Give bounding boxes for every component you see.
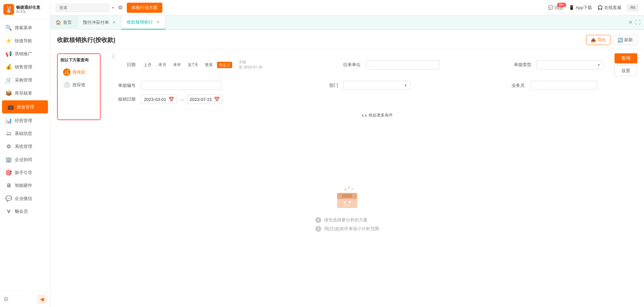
doc-type-label: 单据类型 [514, 62, 531, 68]
purchase-icon: 🛒 [5, 77, 12, 83]
tab-receipt-label: 收款核销执行 [127, 19, 153, 25]
header-search-area: ▾ [56, 4, 114, 12]
sidebar-settings-icon[interactable]: ⚙ [3, 296, 9, 303]
industry-btn[interactable]: 体验行业方案 [127, 3, 162, 13]
header-search-input[interactable] [56, 4, 109, 12]
tab-prepay-close[interactable]: ✕ [112, 20, 116, 25]
offset-date-start[interactable]: 2023-03-01 📅 [141, 95, 177, 104]
tab-home[interactable]: 🏠 首页 [50, 15, 77, 30]
chevron-down-icon: ▾ [598, 62, 600, 67]
tab-receipt-offset[interactable]: 收款核销执行 ✕ [121, 15, 165, 30]
tab-prepay-label: 预付冲应付单 [83, 19, 109, 25]
biz-icon: 📊 [5, 117, 12, 124]
svg-rect-2 [342, 194, 352, 198]
app-download-btn[interactable]: 📱 App下载 [569, 5, 592, 11]
sidebar-item-label: 系统管理 [15, 144, 32, 150]
sidebar-item-search[interactable]: 🔍 搜索菜单 [0, 21, 50, 34]
offset-date-end-value: 2023-07-21 [190, 97, 212, 102]
hardware-icon: 🖥 [5, 183, 12, 189]
calendar-icon: 📅 [168, 97, 174, 102]
sidebar-item-finance[interactable]: 💼 资金管理 [2, 100, 48, 113]
sidebar-item-member[interactable]: V 畅会员 [0, 205, 50, 218]
online-service-btn[interactable]: 🎧 在线客服 [597, 5, 622, 11]
collapse-more-label: 收起更多条件 [369, 112, 393, 118]
filter-main: 日期 上月 本月 本年 近7天 更多 自定义 不限 至 2023-07-26 [117, 53, 637, 120]
date-opt-last-month[interactable]: 上月 [141, 61, 154, 69]
offset-date-end[interactable]: 2023-07-21 📅 [187, 95, 223, 104]
sidebar-item-purchase[interactable]: 🛒 采购管理 [0, 73, 50, 87]
tab-prepay[interactable]: 预付冲应付单 ✕ [77, 15, 121, 30]
dept-label: 部门 [329, 83, 338, 89]
date-opt-this-year[interactable]: 本年 [170, 61, 184, 69]
sales-icon: 💰 [5, 64, 12, 70]
date-options: 上月 本月 本年 近7天 更多 自定义 [141, 61, 232, 69]
home-icon: 🏠 [56, 20, 61, 25]
sidebar-item-label: 基础信息 [15, 131, 32, 137]
top-header: ▾ ⚙ 体验行业方案 💬 消息 99+ 📱 App下载 🎧 在线客服 Rit [50, 0, 644, 15]
message-btn[interactable]: 💬 消息 99+ [548, 5, 564, 11]
corp-icon: 🏢 [5, 156, 12, 163]
refresh-button[interactable]: 🔄 刷新 [613, 35, 637, 45]
sidebar-item-basic[interactable]: 🗂 基础信息 [0, 127, 50, 140]
sidebar-logo: 🐰 畅捷通好生意 标准版 [0, 0, 50, 19]
counterpart-select[interactable]: ··· [366, 60, 440, 69]
doc-number-input[interactable] [141, 81, 221, 90]
sidebar-item-label: 畅会员 [15, 208, 28, 214]
collapse-more-btn[interactable]: ∧∧ 收起更多条件 [117, 110, 637, 120]
date-opt-more[interactable]: 更多 [202, 61, 216, 69]
filter-sidebar: 按以下方案查询 💰 按收款 🕐 按应收 [57, 53, 101, 120]
sidebar-item-label: 新手引导 [15, 170, 32, 176]
wechat-icon: 💬 [5, 195, 12, 202]
logo-icon: 🐰 [3, 4, 14, 15]
date-opt-this-month[interactable]: 本月 [156, 61, 169, 69]
search-icon: 🔍 [5, 24, 12, 31]
chevron-down-icon: ▾ [405, 83, 407, 88]
tab-receipt-close[interactable]: ✕ [156, 20, 160, 24]
sidebar-item-label: 智能硬件 [15, 183, 32, 189]
filter-sidebar-collapse[interactable]: 《 [107, 53, 117, 120]
sidebar-item-marketing[interactable]: 📢 营销推广 [0, 47, 50, 60]
empty-state: 1 请先选择要分析的方案 2 用[过滤]条件来缩小分析范围 [50, 124, 644, 307]
filter-option-label: 按应收 [72, 82, 86, 88]
system-icon: ⚙ [5, 143, 12, 150]
tab-close-all-icon[interactable]: ✕ [628, 19, 633, 25]
settings-icon[interactable]: ⚙ [118, 4, 123, 11]
user-profile[interactable]: Rit [627, 4, 639, 11]
page-title: 收款核销执行(按收款) [57, 36, 115, 44]
app-label: App下载 [576, 5, 592, 11]
filter-option-by-receivable[interactable]: 🕐 按应收 [60, 79, 97, 91]
query-button[interactable]: 查询 [614, 53, 637, 63]
doc-type-select[interactable]: ▾ [537, 60, 604, 69]
page-actions: 📤 导出 🔄 刷新 [586, 35, 637, 45]
date-custom-badge[interactable]: 自定义 [217, 62, 232, 68]
sidebar-item-quick[interactable]: ⚡ 快捷导航 [0, 34, 50, 47]
empty-tip-1: 1 请先选择要分析的方案 [315, 217, 379, 223]
filter-row-3: 核销日期 2023-03-01 📅 — 2023-07-21 📅 [117, 95, 637, 104]
sidebar-item-label: 经营管理 [15, 118, 32, 124]
sidebar-item-guide[interactable]: 🎯 新手引导 [0, 166, 50, 179]
sidebar-item-inventory[interactable]: 📦 库存核算 [0, 87, 50, 100]
settings-button[interactable]: 设置 [614, 65, 637, 76]
filter-row-1: 日期 上月 本月 本年 近7天 更多 自定义 不限 至 2023-07-26 [117, 53, 637, 76]
sidebar-item-corp[interactable]: 🏢 企业协同 [0, 153, 50, 166]
sidebar-item-system[interactable]: ⚙ 系统管理 [0, 140, 50, 153]
date-range-separator: — [180, 97, 184, 102]
date-label: 日期 [117, 62, 136, 68]
sidebar-item-label: 采购管理 [15, 77, 32, 83]
tab-expand-icon[interactable]: ⛶ [635, 19, 641, 25]
sidebar-item-biz[interactable]: 📊 经营管理 [0, 114, 50, 127]
filter-option-label: 按收款 [72, 69, 86, 75]
export-button[interactable]: 📤 导出 [586, 35, 610, 45]
counterpart-label: 往来单位 [343, 62, 361, 68]
svg-point-5 [344, 189, 346, 191]
sidebar-item-hardware[interactable]: 🖥 智能硬件 [0, 179, 50, 192]
app-icon: 📱 [569, 5, 574, 10]
filter-option-by-receipt[interactable]: 💰 按收款 [60, 66, 97, 78]
tip-text-1: 请先选择要分析的方案 [324, 217, 368, 223]
sidebar-item-wechat[interactable]: 💬 企业微信 [0, 192, 50, 205]
date-opt-7days[interactable]: 近7天 [185, 61, 201, 69]
sidebar-collapse-icon[interactable]: ◀ [37, 295, 47, 304]
dept-select[interactable]: ▾ [343, 81, 411, 90]
sidebar-item-sales[interactable]: 💰 销售管理 [0, 60, 50, 73]
staff-select[interactable]: ··· [530, 81, 597, 90]
